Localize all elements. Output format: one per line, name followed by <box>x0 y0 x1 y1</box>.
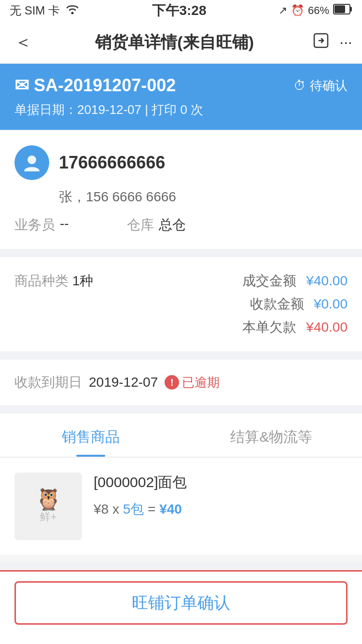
overdue-icon: ! <box>165 375 179 390</box>
due-section: 收款到期日 2019-12-07 ! 已逾期 <box>0 360 362 405</box>
order-status: ⏱ 待确认 <box>293 77 348 94</box>
status-clock-icon: ⏱ <box>293 78 306 93</box>
owed-label: 本单欠款 <box>242 318 296 336</box>
product-thumb-owl: 🦉 <box>35 489 62 510</box>
product-thumbnail: 🦉 鲜+ <box>14 473 82 540</box>
tab-products-label: 销售商品 <box>62 429 120 445</box>
back-button[interactable]: ＜ <box>10 26 37 59</box>
product-quantity: 5包 <box>123 502 144 517</box>
status-text: 待确认 <box>310 77 348 94</box>
customer-name: 张，156 6666 6666 <box>14 188 348 206</box>
due-date: 2019-12-07 <box>89 375 158 390</box>
carrier-text: 无 SIM 卡 <box>10 3 60 18</box>
order-id: ✉ SA-20191207-002 <box>14 75 176 96</box>
tab-settlement-label: 结算&物流等 <box>230 429 312 445</box>
summary-right: 成交金额 ¥40.00 收款金额 ¥0.00 本单欠款 ¥40.00 <box>242 272 348 336</box>
location-icon: ↗ <box>278 4 287 17</box>
warehouse-label: 仓库 <box>127 216 154 234</box>
product-multiply: x <box>112 502 123 517</box>
svg-rect-2 <box>350 7 352 12</box>
product-unit-price: ¥8 <box>94 502 109 517</box>
svg-rect-3 <box>334 5 345 13</box>
summary-section: 商品种类 1种 成交金额 ¥40.00 收款金额 ¥0.00 本单欠款 ¥40.… <box>0 257 362 351</box>
order-id-text: SA-20191207-002 <box>34 75 176 96</box>
owed-value: ¥40.00 <box>306 320 348 335</box>
customer-avatar <box>14 145 49 180</box>
tab-settlement[interactable]: 结算&物流等 <box>181 414 362 457</box>
due-label: 收款到期日 <box>14 373 82 392</box>
customer-meta: 业务员 -- 仓库 总仓 <box>14 216 348 234</box>
product-thumb-text: 鲜+ <box>40 510 57 524</box>
customer-section: 17666666666 张，156 6666 6666 业务员 -- 仓库 总仓 <box>0 131 362 249</box>
customer-phone: 17666666666 <box>59 153 165 173</box>
svg-point-0 <box>71 12 74 14</box>
alarm-icon: ⏰ <box>291 4 304 17</box>
wifi-icon <box>65 4 80 17</box>
received-value: ¥0.00 <box>314 296 348 312</box>
product-equals: = <box>148 502 159 517</box>
nav-actions: ··· <box>312 32 352 53</box>
order-date: 单据日期：2019-12-07 | 打印 0 次 <box>14 101 348 118</box>
battery-text: 66% <box>308 4 329 17</box>
time-display: 下午3:28 <box>152 1 206 20</box>
divider-3 <box>0 406 362 414</box>
product-item: 🦉 鲜+ [0000002]面包 ¥8 x 5包 = ¥40 <box>0 458 362 555</box>
transaction-value: ¥40.00 <box>306 273 348 289</box>
received-label: 收款金额 <box>250 295 304 313</box>
page-title: 销货单详情(来自旺铺) <box>37 31 312 54</box>
more-button[interactable]: ··· <box>339 33 352 51</box>
product-total: ¥40 <box>159 502 182 517</box>
divider-1 <box>0 250 362 257</box>
share-button[interactable] <box>312 32 330 53</box>
salesperson-value: -- <box>60 216 69 234</box>
warehouse-value: 总仓 <box>159 216 186 234</box>
status-bar: 无 SIM 卡 下午3:28 ↗ ⏰ 66% <box>0 0 362 21</box>
order-id-icon: ✉ <box>14 75 29 96</box>
order-header: ✉ SA-20191207-002 ⏱ 待确认 单据日期：2019-12-07 … <box>0 64 362 130</box>
transaction-label: 成交金额 <box>242 272 296 290</box>
product-name: [0000002]面包 <box>94 473 348 492</box>
product-info: [0000002]面包 ¥8 x 5包 = ¥40 <box>94 473 348 518</box>
nav-bar: ＜ 销货单详情(来自旺铺) ··· <box>0 21 362 64</box>
status-left: 无 SIM 卡 <box>10 3 80 18</box>
salesperson-label: 业务员 <box>14 216 55 234</box>
confirm-button-wrap: 旺铺订单确认 <box>0 570 362 644</box>
confirm-button[interactable]: 旺铺订单确认 <box>14 581 348 625</box>
tabs-header: 销售商品 结算&物流等 <box>0 414 362 457</box>
svg-point-5 <box>28 155 36 164</box>
product-price: ¥8 x 5包 = ¥40 <box>94 500 348 518</box>
tab-products[interactable]: 销售商品 <box>0 414 181 457</box>
divider-2 <box>0 352 362 360</box>
product-type-label: 商品种类 <box>14 273 69 288</box>
battery-icon <box>333 4 352 17</box>
overdue-text: 已逾期 <box>182 374 220 391</box>
status-right: ↗ ⏰ 66% <box>278 4 352 17</box>
tabs-section: 销售商品 结算&物流等 <box>0 414 362 457</box>
product-type-count: 1种 <box>72 273 94 288</box>
overdue-badge: ! 已逾期 <box>165 374 220 391</box>
